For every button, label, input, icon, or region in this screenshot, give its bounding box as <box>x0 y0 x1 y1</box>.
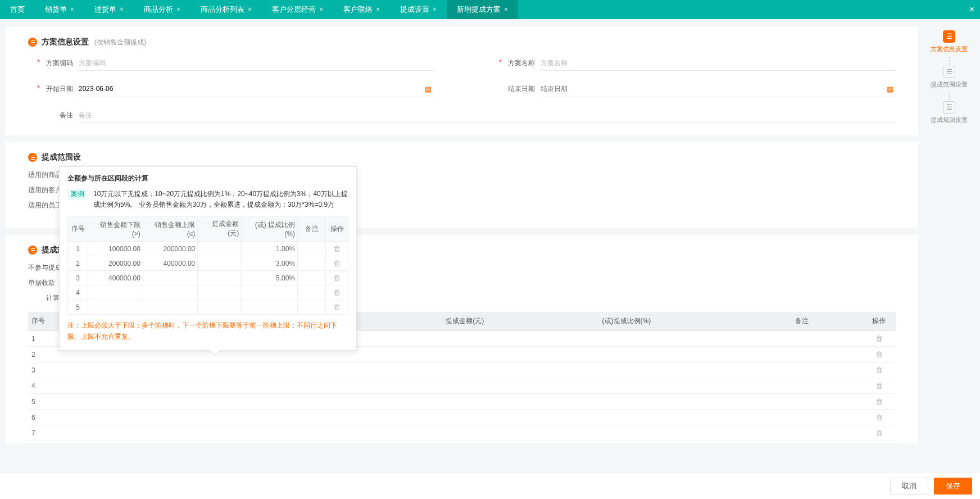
close-icon[interactable]: × <box>248 6 252 13</box>
end-date-label: 结束日期 <box>490 84 541 94</box>
table-row: 1100000.00200000.001.00%🗑 <box>68 242 348 256</box>
remark-input[interactable] <box>79 107 896 123</box>
table-row: 5🗑 <box>68 300 348 315</box>
end-date-input[interactable] <box>541 81 884 97</box>
close-icon[interactable]: × <box>176 6 180 13</box>
section-icon: ☰ <box>28 38 37 47</box>
popover-title: 全额参与所在区间段的计算 <box>67 174 348 183</box>
step-scope[interactable]: ☰ 提成范围设置 <box>931 66 968 89</box>
table-row[interactable]: 3🗑 <box>28 362 896 378</box>
close-icon[interactable]: × <box>319 6 323 13</box>
section-subtitle: (按销售金额提成) <box>94 38 146 47</box>
calc-rule-popover: 全额参与所在区间段的计算 案例 10万元以下无提成；10~20万元提成比例为1%… <box>59 166 357 351</box>
close-icon[interactable]: × <box>120 6 124 13</box>
close-icon[interactable]: × <box>504 6 508 13</box>
case-badge: 案例 <box>67 189 88 200</box>
popover-note: 注：上限必须大于下限；多个阶梯时，下一个阶梯下限要等于前一阶梯上限；不同行之间下… <box>67 320 348 342</box>
page-footer: 取消 保存 <box>0 472 980 495</box>
delete-icon[interactable]: 🗑 <box>333 288 341 297</box>
case-text: 10万元以下无提成；10~20万元提成比例为1%；20~40万提成比例为3%；4… <box>93 189 348 210</box>
calendar-icon[interactable]: ▦ <box>884 85 896 93</box>
section-title: 方案信息设置 <box>42 37 89 47</box>
plan-name-label: *方案名称 <box>490 58 541 68</box>
table-row: 4🗑 <box>68 285 348 300</box>
delete-icon[interactable]: 🗑 <box>875 429 883 437</box>
remark-label: 备注 <box>28 111 79 120</box>
step-icon: ☰ <box>943 66 955 78</box>
plan-name-input[interactable] <box>541 55 896 71</box>
step-plan-info[interactable]: ☰ 方案信息设置 <box>931 30 968 53</box>
table-row[interactable]: 5🗑 <box>28 394 896 410</box>
delete-icon[interactable]: 🗑 <box>875 382 883 390</box>
calendar-icon[interactable]: ▦ <box>423 85 434 93</box>
section-title: 提成范围设 <box>42 152 81 162</box>
table-row[interactable]: 7🗑 <box>28 425 896 441</box>
start-date-input[interactable] <box>79 81 423 97</box>
table-row: 3400000.005.00%🗑 <box>68 271 348 285</box>
tab-home[interactable]: 首页 <box>0 0 35 19</box>
delete-icon[interactable]: 🗑 <box>875 366 883 374</box>
delete-icon[interactable]: 🗑 <box>333 303 341 311</box>
start-date-label: *开始日期 <box>28 84 79 94</box>
table-row[interactable]: 4🗑 <box>28 378 896 394</box>
tab-purchase-order[interactable]: 进货单× <box>84 0 134 19</box>
delete-icon[interactable]: 🗑 <box>875 413 883 421</box>
delete-icon[interactable]: 🗑 <box>875 350 883 359</box>
tab-customer-tier[interactable]: 客户分层经营× <box>262 0 333 19</box>
popover-table: 序号 销售金额下限 (>) 销售金额上限 (≤) 提成金额 (元) (或) 提成… <box>67 216 348 315</box>
close-icon[interactable]: × <box>376 6 380 13</box>
tab-new-commission-plan[interactable]: 新增提成方案× <box>447 0 518 19</box>
save-button[interactable]: 保存 <box>934 478 972 495</box>
close-all-icon[interactable]: × <box>969 0 974 19</box>
section-plan-info: ☰ 方案信息设置 (按销售金额提成) *方案编码 *方案名称 *开始日期 <box>6 27 918 135</box>
anchor-nav: ☰ 方案信息设置 ☰ 提成范围设置 ☰ 提成规则设置 <box>924 27 974 126</box>
delete-icon[interactable]: 🗑 <box>875 334 883 343</box>
step-icon: ☰ <box>943 30 955 43</box>
table-row[interactable]: 6🗑 <box>28 410 896 425</box>
delete-icon[interactable]: 🗑 <box>333 259 341 267</box>
close-icon[interactable]: × <box>70 6 74 13</box>
tab-product-analysis[interactable]: 商品分析× <box>134 0 190 19</box>
cancel-button[interactable]: 取消 <box>890 478 928 495</box>
section-icon: ☰ <box>28 153 37 162</box>
delete-icon[interactable]: 🗑 <box>333 244 341 253</box>
delete-icon[interactable]: 🗑 <box>333 274 341 282</box>
tab-bar: 首页 销货单× 进货单× 商品分析× 商品分析列表× 客户分层经营× 客户联络×… <box>0 0 980 19</box>
tab-sales-order[interactable]: 销货单× <box>35 0 84 19</box>
table-row: 2200000.00400000.003.00%🗑 <box>68 256 348 271</box>
plan-code-input[interactable] <box>79 55 434 71</box>
section-icon: ☰ <box>28 246 37 255</box>
plan-code-label: *方案编码 <box>28 58 79 68</box>
step-rule[interactable]: ☰ 提成规则设置 <box>931 101 968 124</box>
tab-customer-contact[interactable]: 客户联络× <box>333 0 390 19</box>
tab-commission-settings[interactable]: 提成设置× <box>390 0 447 19</box>
tab-product-analysis-list[interactable]: 商品分析列表× <box>190 0 262 19</box>
step-icon: ☰ <box>943 101 955 114</box>
close-icon[interactable]: × <box>433 6 437 13</box>
delete-icon[interactable]: 🗑 <box>875 397 883 406</box>
